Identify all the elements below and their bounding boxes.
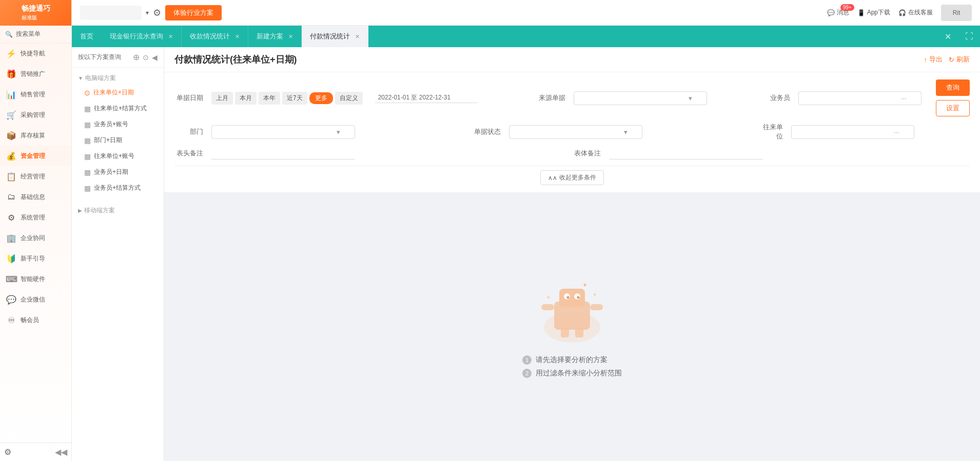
quicknav-icon: ⚡ bbox=[6, 48, 16, 58]
scheme-item-staff-date[interactable]: ▦ 业务员+日期 bbox=[72, 164, 164, 180]
tab-new-scheme[interactable]: 新建方案 ✕ bbox=[248, 26, 302, 47]
query-btn[interactable]: 查询 bbox=[936, 79, 970, 96]
scheme-item-unit-settle[interactable]: ▦ 往来单位+结算方式 bbox=[72, 101, 164, 116]
sidebar-item-label: 销售管理 bbox=[21, 90, 45, 99]
page-title: 付款情况统计(往来单位+日期) bbox=[174, 53, 297, 66]
svg-point-5 bbox=[567, 296, 570, 299]
scheme-collapse-icon[interactable]: ◀ bbox=[152, 53, 158, 62]
tab-label: 收款情况统计 bbox=[190, 32, 230, 41]
topnav-settings-icon[interactable]: ⚙ bbox=[153, 7, 161, 18]
scheme-panel-header: 按以下方案查询 ⊕ ⊙ ◀ bbox=[72, 47, 164, 68]
sidebar-item-hardware[interactable]: ⌨ 智能硬件 bbox=[0, 269, 71, 289]
sidebar-item-enterprise[interactable]: 🏢 企业协同 bbox=[0, 228, 71, 248]
sidebar-item-operations[interactable]: 📋 经营管理 bbox=[0, 166, 71, 187]
tab-home[interactable]: 首页 bbox=[72, 26, 102, 47]
scheme-group-desktop: ▼ 电脑端方案 ⊙ 往来单位+日期 ▦ 往来单位+结算方式 ▦ 业务员+账号 bbox=[72, 68, 164, 200]
source-doc-select[interactable]: ▾ bbox=[574, 91, 707, 105]
sidebar-item-wechat[interactable]: 💬 企业微信 bbox=[0, 289, 71, 310]
tab-bank-flow[interactable]: 现金银行流水查询 ✕ bbox=[102, 26, 182, 47]
app-name: 畅捷通巧 bbox=[22, 4, 50, 13]
refresh-icon: ↻ bbox=[949, 56, 954, 64]
online-service-btn[interactable]: 🎧 在线客服 bbox=[898, 8, 933, 17]
partner-select[interactable]: ··· bbox=[791, 125, 914, 139]
scheme-group-mobile-title[interactable]: ▶ 移动端方案 bbox=[72, 204, 164, 217]
topnav-right: 💬 消息 99+ 📱 App下载 🎧 在线客服 Rit bbox=[827, 5, 972, 21]
export-btn[interactable]: ↑ 导出 bbox=[924, 55, 943, 64]
sidebar-item-quicknav[interactable]: ⚡ 快捷导航 bbox=[0, 43, 71, 64]
tab-close-icon[interactable]: ✕ bbox=[288, 33, 293, 40]
industry-btn[interactable]: 体验行业方案 bbox=[165, 5, 222, 21]
sidebar-item-marketing[interactable]: 🎁 营销推广 bbox=[0, 64, 71, 84]
empty-robot-icon: ✦ ✦ ✦ bbox=[536, 276, 608, 348]
scheme-item-label: 往来单位+日期 bbox=[93, 88, 134, 97]
collapse-more-btn[interactable]: ∧∧ 收起更多条件 bbox=[540, 170, 604, 185]
tab-close-icon[interactable]: ✕ bbox=[235, 33, 240, 40]
scheme-group-desktop-title[interactable]: ▼ 电脑端方案 bbox=[72, 72, 164, 85]
tab-payment-stats[interactable]: 付款情况统计 ✕ bbox=[302, 26, 368, 47]
partner-dots[interactable]: ··· bbox=[894, 128, 899, 136]
date-btn-lastmonth[interactable]: 上月 bbox=[211, 92, 233, 105]
sidebar-collapse-icon[interactable]: ◀◀ bbox=[55, 447, 67, 457]
partner-label: 往来单位 bbox=[757, 123, 783, 141]
date-range-input[interactable]: 2022-01-01 至 2022-12-31 bbox=[375, 93, 478, 103]
tab-close-icon[interactable]: ✕ bbox=[355, 33, 360, 40]
svg-rect-9 bbox=[561, 327, 569, 337]
body-note-input[interactable] bbox=[609, 147, 763, 159]
sidebar-item-member[interactable]: ♾ 畅会员 bbox=[0, 310, 71, 330]
header-note-input[interactable] bbox=[211, 147, 355, 159]
salesperson-select[interactable]: ··· bbox=[798, 91, 922, 105]
tab-label: 新建方案 bbox=[257, 32, 283, 41]
sidebar-item-label: 新手引导 bbox=[21, 254, 45, 263]
sidebar-item-system[interactable]: ⚙ 系统管理 bbox=[0, 207, 71, 228]
refresh-btn[interactable]: ↻ 刷新 bbox=[949, 55, 970, 64]
sidebar-item-label: 库存核算 bbox=[21, 131, 45, 140]
sidebar-item-purchase[interactable]: 🛒 采购管理 bbox=[0, 105, 71, 125]
scheme-item-dept-date[interactable]: ▦ 部门+日期 bbox=[72, 132, 164, 148]
sidebar-item-guide[interactable]: 🔰 新手引导 bbox=[0, 248, 71, 269]
scheme-icon: ▦ bbox=[84, 105, 91, 113]
scheme-item-staff-account[interactable]: ▦ 业务员+账号 bbox=[72, 116, 164, 132]
doc-status-select[interactable]: ▾ bbox=[509, 125, 642, 139]
date-btn-7days[interactable]: 近7天 bbox=[282, 92, 307, 105]
scheme-settings-icon[interactable]: ⊙ bbox=[143, 53, 149, 62]
sidebar-item-finance[interactable]: 💰 资金管理 bbox=[0, 146, 71, 166]
date-btn-custom[interactable]: 自定义 bbox=[335, 92, 363, 105]
sidebar-item-basic[interactable]: 🗂 基础信息 bbox=[0, 187, 71, 207]
scheme-icon: ▦ bbox=[84, 136, 91, 145]
collapse-arrow-icon: ▼ bbox=[78, 75, 83, 81]
sidebar-item-sales[interactable]: 📊 销售管理 bbox=[0, 84, 71, 105]
tab-receipt-stats[interactable]: 收款情况统计 ✕ bbox=[182, 26, 248, 47]
settings-btn[interactable]: 设置 bbox=[936, 100, 970, 116]
user-avatar[interactable]: Rit bbox=[941, 5, 972, 21]
date-btn-thismonth[interactable]: 本月 bbox=[235, 92, 257, 105]
top-nav: ▾ ⚙ 体验行业方案 💬 消息 99+ 📱 App下载 🎧 在线客服 bbox=[72, 0, 980, 26]
scheme-panel-label: 按以下方案查询 bbox=[78, 53, 121, 62]
date-btn-more[interactable]: 更多 bbox=[309, 92, 333, 104]
sidebar-item-inventory[interactable]: 📦 库存核算 bbox=[0, 125, 71, 146]
tab-label: 付款情况统计 bbox=[310, 32, 350, 41]
notification-btn[interactable]: 💬 消息 99+ bbox=[827, 8, 849, 17]
sidebar-settings-icon[interactable]: ⚙ bbox=[4, 447, 11, 457]
export-icon: ↑ bbox=[924, 56, 928, 64]
add-scheme-icon[interactable]: ⊕ bbox=[133, 52, 140, 62]
scheme-item-unit-account[interactable]: ▦ 往来单位+账号 bbox=[72, 148, 164, 164]
tab-close-all-btn[interactable]: ✕ bbox=[937, 26, 958, 47]
svg-rect-7 bbox=[541, 304, 554, 310]
scheme-item-unit-date[interactable]: ⊙ 往来单位+日期 bbox=[72, 85, 164, 101]
sidebar-item-label: 企业协同 bbox=[21, 234, 45, 243]
salesperson-dots[interactable]: ··· bbox=[901, 94, 907, 102]
dept-select[interactable]: ▾ bbox=[211, 125, 355, 139]
app-download-btn[interactable]: 📱 App下载 bbox=[857, 8, 890, 17]
scheme-panel: 按以下方案查询 ⊕ ⊙ ◀ ▼ 电脑端方案 ⊙ 往来单位+日 bbox=[72, 47, 164, 461]
hardware-icon: ⌨ bbox=[6, 274, 16, 284]
dept-label: 部门 bbox=[174, 127, 203, 136]
svg-rect-2 bbox=[559, 289, 585, 307]
tab-maximize-btn[interactable]: ⛶ bbox=[958, 26, 980, 47]
company-dropdown-icon[interactable]: ▾ bbox=[146, 9, 149, 16]
tab-close-icon[interactable]: ✕ bbox=[168, 33, 173, 40]
company-name-display bbox=[80, 6, 142, 20]
sidebar-search[interactable]: 🔍 搜索菜单 bbox=[0, 26, 71, 43]
date-btn-thisyear[interactable]: 本年 bbox=[259, 92, 280, 105]
empty-tip-2: 2 用过滤条件来缩小分析范围 bbox=[522, 369, 622, 378]
scheme-item-staff-settle[interactable]: ▦ 业务员+结算方式 bbox=[72, 180, 164, 196]
